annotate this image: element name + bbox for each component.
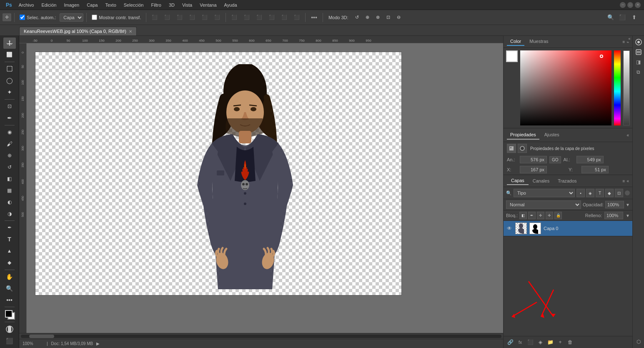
fill-input[interactable] (604, 212, 623, 219)
menu-ayuda[interactable]: Ayuda (221, 2, 241, 8)
more-tools-btn[interactable]: ••• (3, 295, 16, 306)
filter-pixel-btn[interactable]: ▪ (576, 189, 585, 197)
add-mask-btn[interactable]: ⬛ (526, 338, 534, 346)
3d-scale-btn[interactable]: ⊡ (384, 13, 393, 21)
filter-toggle-btn[interactable] (625, 190, 630, 195)
dist-top-btn[interactable]: ⬛ (266, 13, 277, 21)
lasso-tool[interactable]: ◯ (3, 75, 16, 86)
quick-select-tool[interactable]: ✦ (3, 87, 16, 98)
menu-3d[interactable]: 3D (165, 2, 178, 8)
menu-texto[interactable]: Texto (102, 2, 119, 8)
3d-slide-btn[interactable]: ⊗ (373, 13, 382, 21)
properties-tab-main[interactable]: Propiedades (507, 130, 539, 140)
menu-ventana[interactable]: Ventana (196, 2, 220, 8)
new-layer-btn[interactable]: + (556, 338, 564, 346)
layer-filter-select[interactable]: Tipo (514, 189, 575, 197)
spot-heal-tool[interactable]: ◉ (3, 126, 16, 138)
share-btn[interactable]: ⬆ (629, 13, 639, 23)
scrollbar-thumb[interactable] (29, 335, 54, 338)
blur-tool[interactable]: ◐ (3, 196, 16, 208)
filter-adj-btn[interactable]: ◈ (586, 189, 594, 197)
show-transform-check[interactable]: Mostrar contr. transf. (90, 14, 143, 21)
color-gradient-box[interactable] (520, 50, 611, 125)
maximize-button[interactable]: □ (627, 2, 633, 8)
lock-all-btn[interactable]: 🔒 (554, 212, 562, 219)
align-right-btn[interactable]: ⬛ (174, 13, 185, 21)
panel-collapse-top-btn[interactable]: « (626, 36, 632, 42)
align-vcenter-btn[interactable]: ⬛ (199, 13, 210, 21)
menu-archivo[interactable]: Archivo (15, 2, 38, 8)
crop-tool[interactable]: ⊡ (3, 101, 16, 112)
text-tool[interactable]: T (3, 234, 16, 245)
swatches-tab[interactable]: Muestras (526, 38, 551, 46)
mask-icon-btn[interactable] (518, 144, 527, 153)
color-tab[interactable]: Color (507, 38, 524, 46)
show-transform-checkbox[interactable] (92, 15, 97, 20)
filter-text-btn[interactable]: T (596, 189, 604, 197)
menu-edicion[interactable]: Edición (38, 2, 60, 8)
menu-imagen[interactable]: Imagen (60, 2, 83, 8)
bottom-scrollbar[interactable] (19, 333, 503, 339)
status-expand-btn[interactable]: ▶ (96, 341, 100, 346)
workspace-btn[interactable]: ⬛ (617, 13, 627, 23)
align-left-btn[interactable]: ⬛ (149, 13, 160, 21)
tab-close-btn[interactable]: ✕ (129, 29, 132, 34)
scrollbar-track[interactable] (21, 335, 501, 338)
align-center-btn[interactable]: ⬛ (162, 13, 173, 21)
canvas-viewport[interactable] (27, 43, 503, 333)
minimize-button[interactable]: ─ (620, 2, 626, 8)
link-layers-btn[interactable]: 🔗 (506, 338, 514, 346)
align-top-btn[interactable]: ⬛ (187, 13, 198, 21)
go-button[interactable]: GO (549, 156, 561, 163)
width-input[interactable] (520, 156, 547, 163)
rstrip-color-btn[interactable] (634, 38, 643, 47)
rstrip-adjust-btn[interactable]: ◨ (634, 58, 643, 67)
opacity-arrow[interactable]: ▼ (626, 203, 630, 207)
blend-mode-select[interactable]: Normal (506, 200, 581, 209)
delete-layer-btn[interactable]: 🗑 (566, 338, 574, 346)
layers-panel-menu-btn[interactable]: ≡ (623, 179, 625, 183)
menu-capa[interactable]: Capa (83, 2, 101, 8)
layer-visibility-0[interactable]: 👁 (506, 225, 513, 232)
move-tool-btn[interactable]: ✛ (3, 13, 11, 21)
align-bottom-btn[interactable]: ⬛ (212, 13, 223, 21)
rstrip-history-btn[interactable] (634, 48, 643, 57)
rstrip-layer-comp-btn[interactable]: ⧉ (634, 68, 643, 77)
menu-seleccion[interactable]: Selección (120, 2, 147, 8)
menu-filtro[interactable]: Filtro (148, 2, 164, 8)
search-top-btn[interactable]: 🔍 (606, 13, 616, 23)
pixel-layer-icon-btn[interactable] (507, 144, 516, 153)
layer-item-0[interactable]: 👁 (504, 221, 632, 236)
stamp-tool[interactable]: ⊕ (3, 150, 16, 161)
fill-adj-btn[interactable]: ◈ (536, 338, 544, 346)
lock-trans-btn[interactable]: ◧ (519, 212, 527, 219)
quick-mask-btn[interactable] (3, 323, 16, 335)
x-input[interactable] (520, 166, 547, 173)
dist-left-btn[interactable]: ⬛ (229, 13, 240, 21)
path-select-tool[interactable]: ▲ (3, 245, 16, 257)
brush-tool[interactable]: 🖌 (3, 138, 16, 149)
shape-tool[interactable]: ◆ (3, 257, 16, 268)
layers-panel-collapse-btn[interactable]: « (626, 179, 629, 183)
color-alpha-bar[interactable] (623, 50, 630, 125)
group-btn[interactable]: 📁 (546, 338, 554, 346)
close-button[interactable]: ✕ (635, 2, 641, 8)
screen-mode-btn[interactable]: ⬛ (3, 335, 16, 346)
opacity-input[interactable] (605, 201, 624, 208)
gradient-tool[interactable]: ▦ (3, 185, 16, 196)
auto-select-dropdown[interactable]: Capa (60, 13, 83, 22)
hand-tool[interactable]: ✋ (3, 271, 16, 283)
dist-vcenter-btn[interactable]: ⬛ (279, 13, 290, 21)
trazados-tab[interactable]: Trazados (554, 177, 581, 185)
auto-select-checkbox[interactable] (20, 15, 25, 20)
filter-shape-btn[interactable]: ◆ (605, 189, 614, 197)
color-swatches[interactable] (3, 309, 16, 320)
eyedropper-tool[interactable]: ✒ (3, 113, 16, 124)
history-brush-tool[interactable]: ↺ (3, 161, 16, 173)
add-style-btn[interactable]: fx (516, 338, 524, 346)
canales-tab[interactable]: Canales (529, 177, 554, 185)
pen-tool[interactable]: ✒ (3, 222, 16, 233)
fill-arrow[interactable]: ▼ (626, 213, 630, 218)
color-picker-area[interactable] (504, 48, 632, 128)
y-input[interactable] (581, 166, 609, 173)
